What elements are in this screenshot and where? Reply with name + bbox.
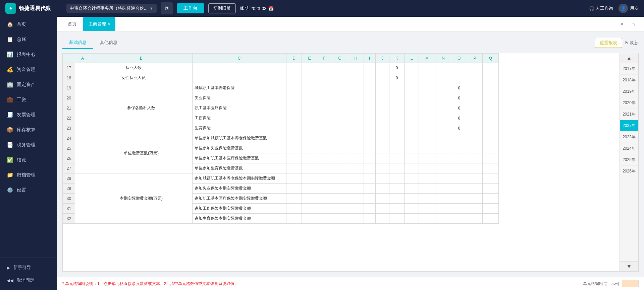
cell-31-n[interactable] — [435, 204, 451, 214]
cell-27-h[interactable] — [348, 163, 364, 173]
cell-20-f[interactable] — [317, 93, 332, 103]
cell-22-p[interactable] — [467, 113, 482, 123]
cell-25-e[interactable] — [302, 143, 317, 153]
cell-28-e[interactable] — [302, 173, 317, 184]
cell-18-k[interactable]: 0 — [389, 73, 404, 83]
cell-28-n[interactable] — [435, 173, 451, 184]
year-item-2023[interactable]: 2023年 — [620, 132, 638, 143]
cell-22-q[interactable] — [482, 113, 498, 123]
cell-23-q[interactable] — [482, 123, 498, 133]
cell-18-h[interactable] — [348, 73, 364, 83]
cell-31-o[interactable] — [451, 204, 467, 214]
cell-21-q[interactable] — [482, 103, 498, 113]
cell-30-f[interactable] — [317, 194, 332, 204]
tab-home[interactable]: 首页 — [62, 17, 82, 31]
reset-report-button[interactable]: 重置报表 — [595, 38, 622, 48]
cell-28-o[interactable] — [451, 173, 467, 184]
cell-29-l[interactable] — [405, 184, 419, 194]
cell-28-g[interactable] — [332, 173, 348, 184]
cell-31-i[interactable] — [364, 204, 375, 214]
cell-21-h[interactable] — [348, 103, 364, 113]
sidebar-item-assets[interactable]: 🏢 固定资产 — [0, 77, 57, 92]
tab-business[interactable]: 工商管理 × — [83, 17, 115, 31]
cell-32-q[interactable] — [482, 214, 498, 224]
sidebar-item-archive[interactable]: 📁 归档管理 — [0, 167, 57, 183]
cell-30-c[interactable]: 参加职工基本医疗保险本期实际缴费金额 — [192, 194, 286, 204]
cell-18-g[interactable] — [332, 73, 348, 83]
sidebar-item-closing[interactable]: ✅ 结账 — [0, 152, 57, 167]
cell-31-g[interactable] — [332, 204, 348, 214]
cell-31-p[interactable] — [467, 204, 482, 214]
cell-20-h[interactable] — [348, 93, 364, 103]
cell-20-l[interactable] — [405, 93, 419, 103]
year-item-2024[interactable]: 2024年 — [620, 143, 638, 154]
cell-22-f[interactable] — [317, 113, 332, 123]
copy-icon[interactable]: ⧉ — [161, 2, 173, 14]
cell-25-g[interactable] — [332, 143, 348, 153]
year-item-2022[interactable]: 2022年 — [620, 120, 638, 132]
cell-24-n[interactable] — [435, 133, 451, 143]
cell-24-e[interactable] — [302, 133, 317, 143]
sidebar-item-unpin[interactable]: ◀◀ 取消固定 — [0, 274, 57, 287]
cell-17-g[interactable] — [332, 63, 348, 73]
cell-18-m[interactable] — [419, 73, 435, 83]
old-version-button[interactable]: 切到旧版 — [208, 3, 236, 13]
cell-27-p[interactable] — [467, 163, 482, 173]
cell-22-i[interactable] — [364, 113, 375, 123]
cell-25-j[interactable] — [375, 143, 389, 153]
cell-17-o[interactable] — [451, 63, 467, 73]
cell-20-j[interactable] — [375, 93, 389, 103]
cell-28-p[interactable] — [467, 173, 482, 184]
cell-31-k[interactable] — [389, 204, 404, 214]
cell-17-i[interactable] — [364, 63, 375, 73]
year-item-2026[interactable]: 2026年 — [620, 166, 638, 177]
cell-22-j[interactable] — [375, 113, 389, 123]
cell-23-h[interactable] — [348, 123, 364, 133]
cell-25-h[interactable] — [348, 143, 364, 153]
cell-20-i[interactable] — [364, 93, 375, 103]
cell-18-a[interactable]: 女性从业人员 — [75, 73, 193, 83]
cell-32-j[interactable] — [375, 214, 389, 224]
cell-27-f[interactable] — [317, 163, 332, 173]
cell-18-e[interactable] — [302, 73, 317, 83]
cell-19-j[interactable] — [375, 83, 389, 93]
cell-24-l[interactable] — [405, 133, 419, 143]
cell-20-n[interactable] — [435, 93, 451, 103]
cell-28-j[interactable] — [375, 173, 389, 184]
cell-28-q[interactable] — [482, 173, 498, 184]
cell-24-g[interactable] — [332, 133, 348, 143]
cell-19-q[interactable] — [482, 83, 498, 93]
cell-30-e[interactable] — [302, 194, 317, 204]
cell-27-j[interactable] — [375, 163, 389, 173]
cell-17-d[interactable] — [286, 63, 302, 73]
cell-23-e[interactable] — [302, 123, 317, 133]
year-item-2018[interactable]: 2018年 — [620, 75, 638, 86]
year-nav-up[interactable]: ▲ — [620, 53, 638, 63]
cell-32-d[interactable] — [286, 214, 302, 224]
cell-29-i[interactable] — [364, 184, 375, 194]
cell-29-g[interactable] — [332, 184, 348, 194]
cell-29-e[interactable] — [302, 184, 317, 194]
cell-29-d[interactable] — [286, 184, 302, 194]
cell-18-o[interactable] — [451, 73, 467, 83]
sidebar-item-payroll[interactable]: 💼 工资 — [0, 92, 57, 107]
cell-18-l[interactable] — [405, 73, 419, 83]
cell-21-m[interactable] — [419, 103, 435, 113]
cell-21-n[interactable] — [435, 103, 451, 113]
year-item-2025[interactable]: 2025年 — [620, 154, 638, 166]
cell-30-l[interactable] — [405, 194, 419, 204]
cell-19-n[interactable] — [435, 83, 451, 93]
sidebar-item-invoice[interactable]: 🧾 发票管理 — [0, 107, 57, 122]
cell-21-c[interactable]: 职工基本医疗保险 — [192, 103, 286, 113]
cell-28-l[interactable] — [405, 173, 419, 184]
cell-32-f[interactable] — [317, 214, 332, 224]
cell-26-e[interactable] — [302, 153, 317, 163]
cell-23-d[interactable] — [286, 123, 302, 133]
cell-19-l[interactable] — [405, 83, 419, 93]
cell-20-d[interactable] — [286, 93, 302, 103]
cell-31-m[interactable] — [419, 204, 435, 214]
grid-wrapper[interactable]: A B C D E F G H I J K L — [63, 53, 620, 271]
cell-28-h[interactable] — [348, 173, 364, 184]
cell-22-n[interactable] — [435, 113, 451, 123]
cell-17-l[interactable] — [405, 63, 419, 73]
